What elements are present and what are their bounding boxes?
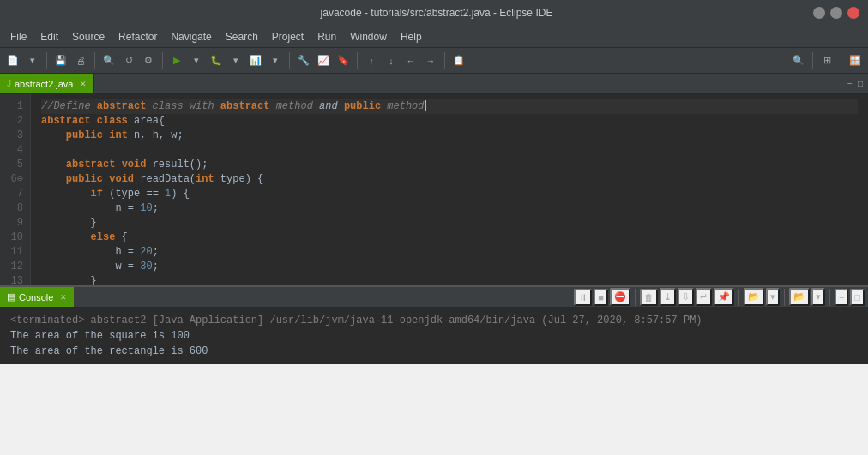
search-button[interactable]: 🔍 <box>99 51 118 70</box>
menu-edit[interactable]: Edit <box>33 28 65 45</box>
debug-button[interactable]: 🐛 <box>207 51 226 70</box>
code-line-1: //Define abstract class with abstract me… <box>41 99 858 114</box>
menu-search[interactable]: Search <box>219 28 265 45</box>
open-task-button[interactable]: 📋 <box>449 51 468 70</box>
new-button[interactable]: 📄 <box>3 51 22 70</box>
profile-button[interactable]: 📈 <box>314 51 333 70</box>
window-controls[interactable]: − □ ✕ <box>813 7 859 19</box>
console-container: ▤ Console ✕ ⏸ ■ ⛔ 🗑 ⤓ ⇩ ↵ 📌 📂 ▾ 📂 ▾ − □ <box>0 285 868 364</box>
prev-annotation-button[interactable]: ↑ <box>362 51 381 70</box>
next-annotation-button[interactable]: ↓ <box>382 51 401 70</box>
separator-5 <box>357 52 358 69</box>
console-scroll-lock-button[interactable]: ⤓ <box>660 288 676 306</box>
console-tab-bar: ▤ Console ✕ ⏸ ■ ⛔ 🗑 ⤓ ⇩ ↵ 📌 📂 ▾ 📂 ▾ − □ <box>0 287 868 308</box>
console-new-console-button[interactable]: 📂 <box>789 288 810 306</box>
bookmark-button[interactable]: 🔖 <box>334 51 353 70</box>
menu-project[interactable]: Project <box>265 28 310 45</box>
minimize-editor-button[interactable]: − <box>846 77 854 90</box>
run-button[interactable]: ▶ <box>167 51 186 70</box>
external-tools-button[interactable]: 🔧 <box>294 51 313 70</box>
run-dropdown[interactable]: ▾ <box>187 51 206 70</box>
toolbar-1: 📄 ▾ 💾 🖨 🔍 ↺ ⚙ ▶ ▾ 🐛 ▾ 📊 ▾ 🔧 📈 🔖 ↑ ↓ ← → … <box>0 48 868 74</box>
code-line-8: n = 10; <box>41 201 858 216</box>
console-clear-button[interactable]: 🗑 <box>640 289 658 306</box>
console-output-line1: The area of the square is 100 <box>10 328 858 344</box>
code-line-11: h = 20; <box>41 245 858 260</box>
menu-file[interactable]: File <box>3 28 33 45</box>
save-button[interactable]: 💾 <box>51 51 70 70</box>
menu-navigate[interactable]: Navigate <box>164 28 218 45</box>
maximize-editor-button[interactable]: □ <box>856 77 865 90</box>
console-terminate-button[interactable]: ■ <box>594 289 608 306</box>
refresh-button[interactable]: ↺ <box>119 51 138 70</box>
console-open-file-button[interactable]: 📂 <box>744 288 764 306</box>
code-line-13: } <box>41 274 858 285</box>
code-line-4 <box>41 143 858 158</box>
close-button[interactable]: ✕ <box>847 7 859 19</box>
menu-help[interactable]: Help <box>394 28 429 45</box>
separator-7 <box>812 52 813 69</box>
toolbar-group-search: 🔍 ↺ ⚙ <box>99 51 158 70</box>
line-num-4: 4 <box>7 143 23 158</box>
line-num-6: 6⊖ <box>7 172 23 187</box>
console-pin-button[interactable]: 📌 <box>714 288 734 306</box>
separator-4 <box>289 52 290 69</box>
separator-console-2 <box>738 289 739 306</box>
console-new-console-dropdown[interactable]: ▾ <box>811 288 825 306</box>
code-line-10: else { <box>41 230 858 245</box>
console-output: <terminated> abstract2 [Java Application… <box>0 308 868 364</box>
console-tab-close[interactable]: ✕ <box>60 293 67 302</box>
separator-6 <box>444 52 445 69</box>
coverage-button[interactable]: 📊 <box>246 51 265 70</box>
forward-button[interactable]: → <box>421 51 440 70</box>
new-dropdown[interactable]: ▾ <box>23 51 42 70</box>
debug-dropdown[interactable]: ▾ <box>226 51 245 70</box>
console-maximize-button[interactable]: □ <box>850 289 865 306</box>
code-comment-1: //Define abstract class with abstract me… <box>41 99 426 114</box>
code-line-7: if (type == 1) { <box>41 187 858 201</box>
menu-window[interactable]: Window <box>343 28 394 45</box>
menu-source[interactable]: Source <box>65 28 112 45</box>
open-perspective-button[interactable]: 🪟 <box>846 51 865 70</box>
editor-tab-abstract2[interactable]: J abstract2.java ✕ <box>0 74 94 93</box>
search-icon-right[interactable]: 🔍 <box>789 51 808 70</box>
toolbar-group-nav: ↑ ↓ ← → <box>362 51 440 70</box>
toolbar-group-file: 📄 ▾ <box>3 51 42 70</box>
console-terminated-line: <terminated> abstract2 [Java Application… <box>10 313 858 328</box>
console-disconnect-button[interactable]: ⛔ <box>610 288 630 306</box>
properties-button[interactable]: ⚙ <box>139 51 158 70</box>
menu-run[interactable]: Run <box>310 28 343 45</box>
coverage-dropdown[interactable]: ▾ <box>266 51 285 70</box>
console-save-button[interactable]: ▾ <box>766 288 780 306</box>
code-line-3: public int n, h, w; <box>41 129 858 143</box>
line-num-10: 10 <box>7 230 23 245</box>
print-button[interactable]: 🖨 <box>71 51 90 70</box>
console-tab[interactable]: ▤ Console ✕ <box>0 287 74 307</box>
back-button[interactable]: ← <box>401 51 420 70</box>
console-word-wrap-button[interactable]: ↵ <box>696 288 712 306</box>
menu-refactor[interactable]: Refactor <box>112 28 164 45</box>
window-title: javacode - tutorials/src/abstract2.java … <box>60 7 813 19</box>
line-num-9: 9 <box>7 216 23 230</box>
console-suspend-button[interactable]: ⏸ <box>574 289 592 306</box>
separator-console-3 <box>784 289 785 306</box>
code-editor[interactable]: 1 2 3 4 5 6⊖ 7 8 9 10 11 12 13 //Define … <box>0 94 868 285</box>
editor-tab-bar: J abstract2.java ✕ − □ <box>0 74 868 94</box>
code-line-9: } <box>41 216 858 230</box>
toolbar-group-external: 🔧 📈 🔖 <box>294 51 353 70</box>
code-line-12: w = 30; <box>41 260 858 274</box>
maximize-button[interactable]: □ <box>830 7 842 19</box>
title-bar: javacode - tutorials/src/abstract2.java … <box>0 0 868 26</box>
separator-console-1 <box>635 289 636 306</box>
line-numbers: 1 2 3 4 5 6⊖ 7 8 9 10 11 12 13 <box>0 94 31 285</box>
perspective-button[interactable]: ⊞ <box>817 51 836 70</box>
editor-tab-close[interactable]: ✕ <box>80 80 87 88</box>
console-minimize-button[interactable]: − <box>835 289 848 306</box>
line-num-11: 11 <box>7 245 23 260</box>
separator-3 <box>162 52 163 69</box>
separator-1 <box>46 52 47 69</box>
console-scroll-end-button[interactable]: ⇩ <box>678 288 694 306</box>
code-content[interactable]: //Define abstract class with abstract me… <box>31 94 868 285</box>
minimize-button[interactable]: − <box>813 7 825 19</box>
line-num-12: 12 <box>7 260 23 274</box>
